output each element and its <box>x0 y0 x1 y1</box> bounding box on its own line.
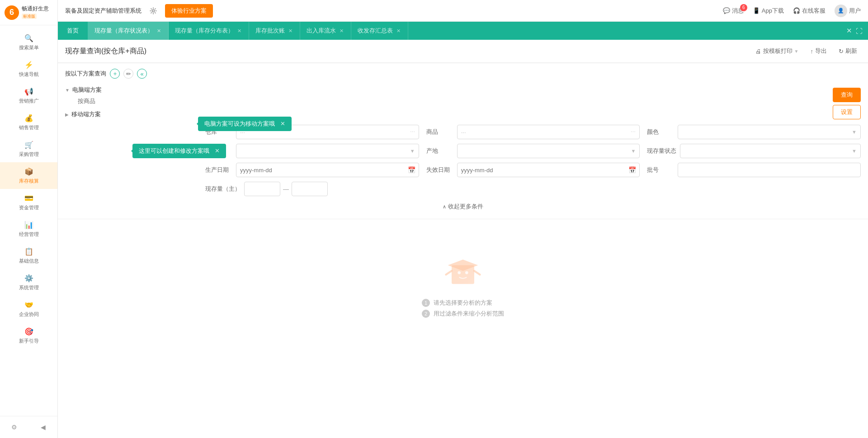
tab-fullscreen-button[interactable]: ⛶ <box>856 27 863 35</box>
sidebar-item-label: 搜索菜单 <box>19 44 39 51</box>
system-icon: ⚙️ <box>24 273 33 283</box>
export-button[interactable]: ↑ 导出 <box>807 45 831 57</box>
filter-header: 按以下方案查询 ＋ ✏ « <box>65 69 861 79</box>
filter-field-size: 尺码 ▼ <box>205 144 419 158</box>
sidebar-item-search-menu[interactable]: 🔍 搜索菜单 <box>0 29 57 56</box>
empty-tips: 1 请先选择要分析的方案 2 用过滤条件来缩小分析范围 <box>422 299 504 318</box>
tab-receive-send[interactable]: 收发存汇总表 ✕ <box>351 22 408 40</box>
sidebar-settings-button[interactable]: ⚙ <box>8 421 21 433</box>
tab-inventory-dist[interactable]: 现存量（库存分布表） ✕ <box>169 22 249 40</box>
sidebar-collapse-button[interactable]: ◀ <box>37 421 49 433</box>
tab-close-all-button[interactable]: ✕ <box>846 27 852 35</box>
tab-close-icon[interactable]: ✕ <box>396 27 401 35</box>
refresh-button[interactable]: ↻ 刷新 <box>835 45 861 57</box>
expiry-date-input[interactable] <box>457 163 640 177</box>
scheme-group-arrow-icon: ▶ <box>65 112 69 117</box>
sidebar-item-enterprise[interactable]: 🤝 企业协同 <box>0 296 57 322</box>
tip-number: 1 <box>422 299 430 307</box>
tooltip-close-button[interactable]: ✕ <box>280 120 285 127</box>
chevron-up-icon: ∧ <box>443 204 446 210</box>
tab-close-icon[interactable]: ✕ <box>236 27 242 35</box>
system-title: 装备及固定资产辅助管理系统 <box>65 7 142 15</box>
tab-label: 现存量（库存分布表） <box>175 27 234 35</box>
sidebar-item-guide[interactable]: 🎯 新手引导 <box>0 322 57 349</box>
goods-select[interactable]: ··· ⋯ <box>457 125 640 139</box>
filter-area: 按以下方案查询 ＋ ✏ « ▼ 电脑端方案 按商品 <box>58 63 868 219</box>
sidebar-item-system[interactable]: ⚙️ 系统管理 <box>0 269 57 296</box>
app-logo-icon: 6 <box>5 5 19 20</box>
online-support-button[interactable]: 🎧 在线客服 <box>793 7 826 15</box>
sidebar-item-purchase[interactable]: 🛒 采购管理 <box>0 136 57 162</box>
filter-back-button[interactable]: « <box>137 69 147 79</box>
tab-inventory-status[interactable]: 现存量（库存状况表） ✕ <box>88 22 169 40</box>
production-date-picker[interactable]: 📅 <box>236 163 419 177</box>
setting-button[interactable]: 设置 <box>833 105 861 119</box>
basic-icon: 📋 <box>24 247 33 256</box>
tab-close-icon[interactable]: ✕ <box>288 27 293 35</box>
stock-qty-min-input[interactable] <box>244 182 280 196</box>
batch-no-input[interactable] <box>678 163 861 177</box>
message-badge: 6 <box>740 4 747 11</box>
expiry-date-picker[interactable]: 📅 <box>457 163 640 177</box>
tab-close-icon[interactable]: ✕ <box>156 27 162 35</box>
sidebar-item-operations[interactable]: 📊 经营管理 <box>0 216 57 242</box>
color-select[interactable]: ▼ <box>678 125 861 139</box>
app-download-label: App下载 <box>762 7 784 15</box>
tab-batch-account[interactable]: 库存批次账 ✕ <box>249 22 300 40</box>
size-select[interactable]: ▼ <box>236 144 419 158</box>
sidebar-item-quick-nav[interactable]: ⚡ 快速导航 <box>0 56 57 82</box>
header-right: 💬 消息 6 📱 App下载 🎧 在线客服 👤 用户 <box>723 5 861 17</box>
scheme-group-mobile-header[interactable]: ▶ 移动端方案 <box>65 108 861 120</box>
tab-label: 收发存汇总表 <box>358 27 393 35</box>
inventory-icon: 📦 <box>24 167 33 176</box>
sidebar-item-marketing[interactable]: 📢 营销推广 <box>0 82 57 109</box>
page-content: 现存量查询(按仓库+商品) 🖨 按模板打印 ▼ ↑ 导出 ↻ 刷新 <box>58 40 868 438</box>
tooltip-text: 电脑方案可设为移动方案哦 <box>204 120 275 127</box>
filter-edit-button[interactable]: ✏ <box>123 69 133 79</box>
origin-select[interactable]: ▼ <box>457 144 640 158</box>
filter-label: 生产日期 <box>205 166 232 174</box>
empty-tip-1: 1 请先选择要分析的方案 <box>422 299 504 307</box>
app-download-button[interactable]: 📱 App下载 <box>753 7 784 15</box>
sidebar-item-label: 系统管理 <box>19 284 39 291</box>
tab-inout-flow[interactable]: 出入库流水 ✕ <box>300 22 351 40</box>
tooltip-close-button[interactable]: ✕ <box>215 147 220 154</box>
production-date-input[interactable] <box>236 163 419 177</box>
tab-close-icon[interactable]: ✕ <box>339 27 344 35</box>
search-button[interactable]: 查询 <box>833 88 861 102</box>
export-label: 导出 <box>815 47 827 55</box>
header-settings-button[interactable] <box>147 5 160 17</box>
sidebar-item-label: 企业协同 <box>19 311 39 318</box>
sidebar-item-inventory[interactable]: 📦 库存核算 <box>0 162 57 189</box>
filter-add-button[interactable]: ＋ <box>110 69 120 79</box>
refresh-icon: ↻ <box>839 48 844 55</box>
tab-bar: 首页 现存量（库存状况表） ✕ 现存量（库存分布表） ✕ 库存批次账 ✕ 出入库… <box>58 22 868 40</box>
messages-button[interactable]: 💬 消息 6 <box>723 7 744 15</box>
stock-qty-max-input[interactable] <box>292 182 328 196</box>
sidebar-item-finance[interactable]: 💳 资金管理 <box>0 189 57 216</box>
filter-field-origin: 产地 ▼ <box>426 144 640 158</box>
template-print-button[interactable]: 🖨 按模板打印 ▼ <box>752 45 802 57</box>
filter-field-stock-qty: 现存量（主） — <box>205 182 421 196</box>
app-badge: 标准版 <box>22 13 49 19</box>
tab-home[interactable]: 首页 <box>58 22 88 40</box>
stock-status-select[interactable]: ▼ <box>680 144 861 158</box>
sidebar-item-sales[interactable]: 💰 销售管理 <box>0 109 57 136</box>
sidebar-item-basic[interactable]: 📋 基础信息 <box>0 242 57 269</box>
purchase-icon: 🛒 <box>24 140 33 149</box>
scheme-group-arrow-icon: ▼ <box>65 88 70 93</box>
scheme-group-desktop-header[interactable]: ▼ 电脑端方案 <box>65 84 861 96</box>
filter-row-1: 仓库 ··· ⋯ 商品 ··· ⋯ <box>65 125 861 139</box>
message-icon: 💬 <box>723 7 730 14</box>
collapse-bar[interactable]: ∧ 收起更多条件 <box>65 198 861 213</box>
tip-text: 请先选择要分析的方案 <box>434 299 492 307</box>
scheme-group-desktop: ▼ 电脑端方案 按商品 <box>65 84 861 107</box>
tooltip-text: 这里可以创建和修改方案哦 <box>139 147 209 154</box>
scheme-item[interactable]: 按商品 <box>74 96 861 107</box>
filter-label: 颜色 <box>647 128 674 136</box>
user-menu-button[interactable]: 👤 用户 <box>835 5 861 17</box>
tip-text: 用过滤条件来缩小分析范围 <box>434 310 504 318</box>
sidebar-nav: 🔍 搜索菜单 ⚡ 快速导航 📢 营销推广 💰 销售管理 🛒 采购管理 📦 库存核… <box>0 25 57 416</box>
industry-button[interactable]: 体验行业方案 <box>165 4 213 18</box>
stock-qty-range: — <box>244 182 421 196</box>
